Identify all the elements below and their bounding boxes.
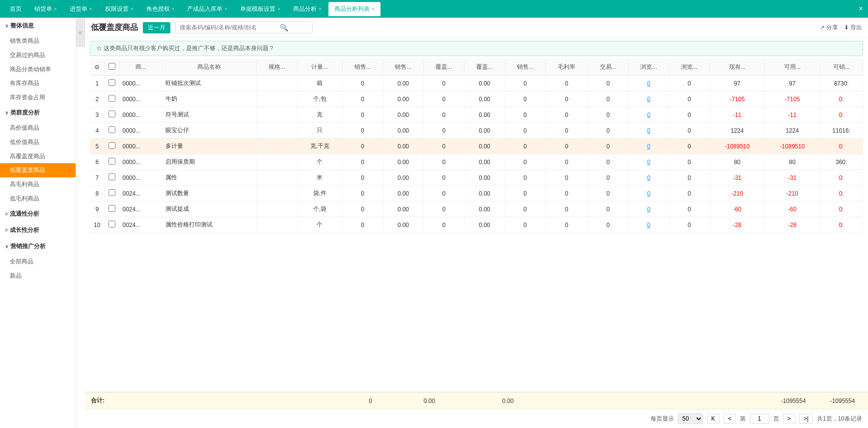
sidebar-item-stocked-goods[interactable]: 有库存商品	[0, 76, 76, 90]
row-available: 1224	[765, 123, 820, 139]
nav-permissions[interactable]: 权限设置 ×	[99, 2, 139, 16]
nav-purchase-order[interactable]: 进货单 ×	[64, 2, 98, 16]
nav-product-analysis-list[interactable]: 商品分析列表 ×	[328, 2, 380, 16]
row-browse1[interactable]: 0	[628, 170, 669, 186]
prev-page-button[interactable]: <	[724, 414, 736, 424]
filter-period-button[interactable]: 近一月	[143, 22, 170, 33]
search-input[interactable]	[180, 24, 278, 31]
sidebar-item-high-coverage[interactable]: 高覆盖度商品	[0, 149, 76, 164]
row-checkbox[interactable]	[105, 201, 119, 217]
row-browse1[interactable]: 0	[628, 201, 669, 217]
col-settings[interactable]: ⚙	[90, 59, 105, 76]
col-cover2-header[interactable]: 覆盖...	[464, 59, 505, 76]
row-select-checkbox[interactable]	[108, 142, 115, 149]
sidebar-section-general[interactable]: ∨ 整体信息	[0, 18, 76, 34]
last-page-button[interactable]: >|	[799, 414, 813, 424]
row-checkbox[interactable]	[105, 139, 119, 154]
share-button[interactable]: ↗ 分享	[820, 24, 838, 32]
page-size-select[interactable]: 50 20 100	[678, 413, 703, 424]
nav-template-settings[interactable]: 单据模板设置 ×	[234, 2, 286, 16]
settings-icon[interactable]: ⚙	[94, 64, 100, 71]
nav-role-auth[interactable]: 角色授权 ×	[140, 2, 181, 16]
close-icon[interactable]: ×	[54, 6, 57, 12]
row-checkbox[interactable]	[105, 170, 119, 186]
first-page-button[interactable]: K	[707, 414, 720, 424]
sidebar-item-stock-capital[interactable]: 库存资金占用	[0, 90, 76, 105]
sidebar-item-category-turnover[interactable]: 商品分类动销率	[0, 62, 76, 77]
page-number-input[interactable]	[750, 414, 769, 424]
row-select-checkbox[interactable]	[108, 79, 115, 86]
col-trade-header[interactable]: 交易...	[588, 59, 628, 76]
nav-product-storage[interactable]: 产成品入库单 ×	[181, 2, 233, 16]
sidebar-item-all-goods[interactable]: 全部商品	[0, 255, 76, 269]
col-browse2-header[interactable]: 浏览...	[669, 59, 710, 76]
nav-home[interactable]: 首页	[4, 2, 27, 16]
sidebar-item-new-goods[interactable]: 新品	[0, 269, 76, 283]
nav-sales-order[interactable]: 销货单 ×	[28, 2, 63, 16]
row-checkbox[interactable]	[105, 217, 119, 233]
close-icon[interactable]: ×	[372, 6, 375, 12]
row-browse1[interactable]: 0	[628, 76, 669, 91]
col-available-header[interactable]: 可用...	[765, 59, 820, 76]
row-select-checkbox[interactable]	[108, 158, 115, 165]
row-checkbox[interactable]	[105, 91, 119, 107]
col-checkbox[interactable]	[105, 59, 119, 76]
col-current-header[interactable]: 现有...	[710, 59, 765, 76]
col-name-header[interactable]: 商品名称	[162, 59, 256, 76]
select-all-checkbox[interactable]	[108, 63, 115, 70]
sidebar-collapse-button[interactable]: «	[76, 18, 85, 47]
sidebar-item-traded-goods[interactable]: 交易过的商品	[0, 48, 76, 62]
row-select-checkbox[interactable]	[108, 221, 115, 228]
close-all-button[interactable]: ×	[859, 4, 863, 13]
sidebar-item-high-margin[interactable]: 高毛利商品	[0, 177, 76, 192]
sidebar-item-sales-goods[interactable]: 销售类商品	[0, 34, 76, 48]
search-icon[interactable]: 🔍	[280, 24, 288, 31]
row-checkbox[interactable]	[105, 76, 119, 91]
col-sales-qty-header[interactable]: 销售...	[342, 59, 383, 76]
close-icon[interactable]: ×	[172, 6, 175, 12]
row-trade: 0	[588, 76, 628, 91]
sidebar-item-low-margin[interactable]: 低毛利商品	[0, 192, 76, 206]
close-icon[interactable]: ×	[131, 6, 134, 12]
sidebar-section-growth[interactable]: > 成长性分析	[0, 222, 76, 238]
col-sales3-header[interactable]: 销售...	[505, 59, 545, 76]
export-button[interactable]: ⬇ 导出	[844, 24, 862, 32]
row-browse1[interactable]: 0	[628, 107, 669, 123]
row-select-checkbox[interactable]	[108, 95, 115, 102]
next-page-button[interactable]: >	[783, 414, 795, 424]
col-code-header[interactable]: 商...	[119, 59, 162, 76]
row-checkbox[interactable]	[105, 107, 119, 123]
row-select-checkbox[interactable]	[108, 189, 115, 196]
row-select-checkbox[interactable]	[108, 173, 115, 180]
sidebar-section-circulation[interactable]: > 流通性分析	[0, 206, 76, 222]
row-select-checkbox[interactable]	[108, 126, 115, 133]
col-browse1-header[interactable]: 浏览...	[628, 59, 669, 76]
close-icon[interactable]: ×	[89, 6, 92, 12]
col-sales-amt-header[interactable]: 销售...	[383, 59, 424, 76]
row-checkbox[interactable]	[105, 186, 119, 201]
close-icon[interactable]: ×	[277, 6, 280, 12]
sidebar-item-high-value[interactable]: 高价值商品	[0, 121, 76, 135]
col-spec-header[interactable]: 规格...	[256, 59, 297, 76]
sidebar-section-cluster[interactable]: ∨ 类群度分析	[0, 105, 76, 121]
sidebar-item-low-value[interactable]: 低价值商品	[0, 135, 76, 149]
close-icon[interactable]: ×	[224, 6, 227, 12]
col-cover1-header[interactable]: 覆盖...	[424, 59, 464, 76]
close-icon[interactable]: ×	[319, 6, 322, 12]
row-browse1[interactable]: 0	[628, 154, 669, 170]
row-checkbox[interactable]	[105, 154, 119, 170]
sidebar-section-marketing[interactable]: ∨ 营销推广分析	[0, 238, 76, 255]
row-select-checkbox[interactable]	[108, 205, 115, 212]
sidebar-item-low-coverage[interactable]: 低覆盖度商品	[0, 163, 76, 177]
col-sellable-header[interactable]: 可销...	[820, 59, 863, 76]
row-select-checkbox[interactable]	[108, 111, 115, 117]
row-browse1[interactable]: 0	[628, 139, 669, 154]
nav-product-analysis[interactable]: 商品分析 ×	[287, 2, 327, 16]
row-browse1[interactable]: 0	[628, 186, 669, 201]
col-margin-header[interactable]: 毛利率	[545, 59, 588, 76]
col-unit-header[interactable]: 计量...	[297, 59, 342, 76]
row-browse1[interactable]: 0	[628, 123, 669, 139]
row-browse1[interactable]: 0	[628, 217, 669, 233]
row-checkbox[interactable]	[105, 123, 119, 139]
row-browse1[interactable]: 0	[628, 91, 669, 107]
